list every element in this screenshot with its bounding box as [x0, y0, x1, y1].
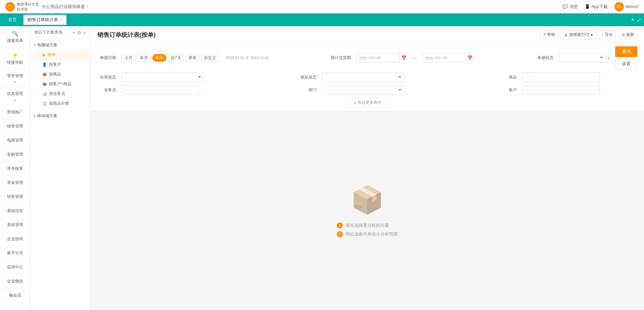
scheme-item-bygoods[interactable]: 📦 按商品 [33, 69, 90, 79]
customer-input[interactable] [522, 85, 600, 95]
export-icon: ↑ [601, 33, 603, 37]
sidebar-item-search[interactable]: 🔍 搜索菜单 [0, 26, 30, 48]
sidebar-item-finance[interactable]: 资金管理 [0, 176, 30, 190]
sidebar-item-quicknav[interactable]: ⚡ 快捷导航 [0, 48, 30, 70]
salesman-input[interactable] [121, 85, 199, 95]
doc-status-select[interactable] [559, 53, 606, 62]
date-btn-thismonth[interactable]: 本月 [137, 54, 151, 62]
user-menu[interactable]: Ea demo2 [614, 2, 639, 11]
scheme-panel: 按以下方案查询 + ⚙ « ▾ 电脑端方案 ◉ 按单 [30, 26, 91, 310]
sidebar-item-purchase[interactable]: 采购管理 [0, 148, 30, 162]
sidebar-item-appcenter[interactable]: 应用中心 [0, 260, 30, 274]
app-download-button[interactable]: 📱 App下载 [585, 4, 608, 10]
customer-ellipsis-icon[interactable]: ··· [601, 87, 605, 93]
sidebar-item-basic[interactable]: 基础信息 [0, 204, 30, 218]
sidebar-item-operation[interactable]: 经营管理 [0, 190, 30, 204]
calendar-end-icon[interactable]: 📅 [467, 55, 473, 60]
sidebar-item-member[interactable]: 畅会员 [0, 289, 30, 303]
sidebar-item-system[interactable]: 系统管理 [0, 218, 30, 232]
expected-date-start-input[interactable] [356, 53, 400, 62]
top-bar-left: 🐱 畅捷通好生意 标准版 办公用品行业模拟账套 ▾ [5, 2, 89, 11]
quicknav-icon: ⚡ [12, 52, 18, 58]
date-btn-lastmonth[interactable]: 上月 [121, 54, 136, 62]
tab-home[interactable]: 首页 [3, 15, 22, 25]
department-select[interactable] [322, 85, 405, 95]
salesman-label: 业务员 [97, 87, 116, 93]
print-button[interactable]: 🖨 按模板打印 ▾ [561, 30, 596, 39]
expected-date-label: 预计交货期 [331, 55, 351, 61]
sidebar-item-newguide[interactable]: 新手引导 [0, 246, 30, 260]
date-btn-custom[interactable]: 自定义 [201, 54, 219, 62]
expected-date-end-wrap: 📅 [422, 53, 473, 62]
scheme-group-mobile-header[interactable]: ▸ 移动端方案 [30, 111, 90, 121]
main-layout: 🔍 搜索菜单 ⚡ 快捷导航 零售管理 ▾ 批发管理 ▴ 营销推广 销售管理 电商… [0, 26, 644, 310]
date-btn-last7days[interactable]: 近7天 [168, 54, 184, 62]
page-title: 销售订单统计表(按单) [97, 31, 156, 39]
breadcrumb[interactable]: 办公用品行业模拟账套 ▾ [42, 4, 89, 10]
scheme-item-bycustomer[interactable]: 👤 按客户 [33, 60, 90, 69]
query-button[interactable]: 查询 [615, 46, 637, 57]
tab-active[interactable]: 销售订单统计表 × [23, 15, 66, 25]
date-btn-more[interactable]: 更多 [185, 54, 200, 62]
scheme-add-button[interactable]: + [72, 30, 75, 35]
sidebar-item-retail[interactable]: 零售管理 ▾ [0, 70, 30, 88]
scheme-item-byorder-icon: ◉ [42, 53, 46, 57]
scheme-settings-button[interactable]: ⚙ [77, 30, 82, 35]
sidebar-item-ecommerce[interactable]: 电商管理 [0, 134, 30, 148]
payment-status-select[interactable] [322, 72, 405, 82]
breadcrumb-dropdown-icon[interactable]: ▾ [87, 4, 89, 9]
export-button[interactable]: ↑ 导出 [598, 30, 616, 39]
doc-status-dropdown-icon[interactable]: ▾ [607, 55, 610, 60]
refresh-icon: ↺ [622, 33, 625, 37]
expected-date-start-wrap: 📅 [356, 53, 407, 62]
goods-input[interactable] [522, 72, 600, 82]
filter-row-3: 业务员 ··· 部门 客户 ··· [97, 85, 637, 95]
date-label: 单据日期 [97, 55, 116, 61]
sidebar-item-wholesale[interactable]: 批发管理 ▴ [0, 88, 30, 105]
tab-close-icon[interactable]: × [60, 17, 62, 22]
sidebar-item-marketing[interactable]: 营销推广 [0, 105, 30, 119]
main-content: 销售订单统计表(按单) ? 帮助 🖨 按模板打印 ▾ ↑ 导出 [91, 26, 644, 310]
window-maximize-button[interactable]: ⤢ [637, 17, 641, 23]
goods-ellipsis-icon[interactable]: ··· [601, 74, 605, 80]
avatar: Ea [614, 2, 624, 11]
scheme-subgroup-desktop: ◉ 按单 👤 按客户 📦 按商品 📦 按客户+商品 [30, 50, 90, 108]
scheme-item-bycategory[interactable]: 📋 按商品分类 [33, 99, 90, 108]
shipment-status-select[interactable] [121, 72, 204, 82]
empty-state: 📦 1 请先选择要分析的方案 2 用过滤条件来缩小分析范围 [91, 111, 644, 310]
empty-steps: 1 请先选择要分析的方案 2 用过滤条件来缩小分析范围 [337, 222, 398, 237]
sidebar-item-inventory[interactable]: 库存核算 [0, 162, 30, 176]
sidebar-item-wechat[interactable]: 企业微信 [0, 274, 30, 289]
scheme-item-bysalesman[interactable]: 📊 按业务员 [33, 89, 90, 99]
settings-button[interactable]: 设置 [615, 58, 637, 69]
collapse-button[interactable]: ∧ 收起更多条件 [347, 98, 387, 107]
message-icon: 💬 [562, 4, 568, 9]
collapse-row: ∧ 收起更多条件 [97, 98, 637, 107]
scheme-item-bycustomergoods[interactable]: 📦 按客户+商品 [33, 79, 90, 89]
sidebar-item-enterprise[interactable]: 企业协同 [0, 232, 30, 246]
customer-label: 客户 [498, 87, 517, 93]
print-dropdown-arrow[interactable]: ▾ [591, 33, 593, 37]
tab-bar: 首页 销售订单统计表 × × ⤢ [0, 13, 644, 26]
calendar-start-icon[interactable]: 📅 [401, 55, 407, 60]
date-btn-thisyear[interactable]: 本年 [152, 54, 166, 62]
step-num-2: 2 [337, 231, 343, 237]
goods-label: 商品 [498, 74, 517, 80]
search-icon: 🔍 [12, 30, 18, 37]
scheme-group-desktop-header[interactable]: ▾ 电脑端方案 [30, 40, 90, 50]
app-download-icon: 📱 [585, 4, 590, 9]
window-close-button[interactable]: × [631, 17, 634, 23]
refresh-button[interactable]: ↺ 刷新 [619, 30, 637, 39]
mobile-group-arrow: ▸ [34, 114, 36, 118]
group-expand-arrow: ▾ [34, 43, 36, 47]
shipment-status-label: 出库状态 [97, 74, 116, 80]
scheme-item-byorder[interactable]: ◉ 按单 [33, 50, 90, 60]
top-bar-right: 💬 消息 📱 App下载 Ea demo2 [562, 2, 639, 11]
sidebar: 🔍 搜索菜单 ⚡ 快捷导航 零售管理 ▾ 批发管理 ▴ 营销推广 销售管理 电商… [0, 26, 30, 310]
salesman-ellipsis-icon[interactable]: ··· [200, 87, 204, 93]
message-button[interactable]: 💬 消息 [562, 4, 578, 10]
expected-date-end-input[interactable] [422, 53, 466, 62]
scheme-collapse-button[interactable]: « [84, 30, 86, 35]
help-button[interactable]: ? 帮助 [540, 30, 558, 39]
sidebar-item-sales[interactable]: 销售管理 [0, 119, 30, 134]
